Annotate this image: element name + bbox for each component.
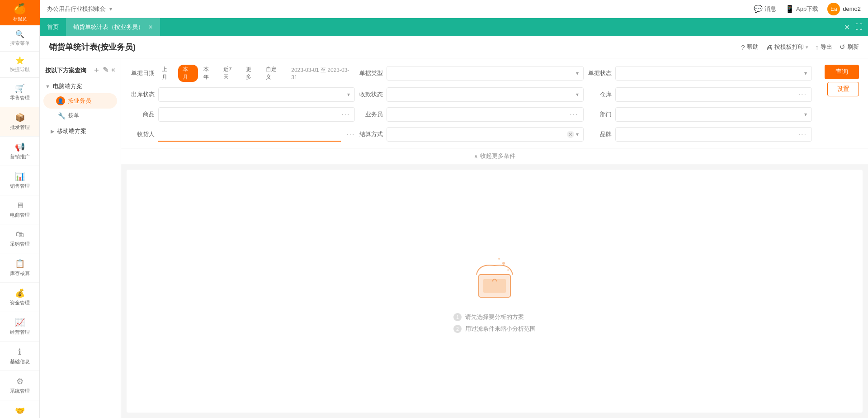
tab-bar: 首页 销货单统计表（按业务员） ✕ ✕ ⛶ bbox=[40, 18, 868, 36]
collapse-bar[interactable]: ∧ 收起更多条件 bbox=[121, 148, 868, 164]
finance-icon: 💰 bbox=[15, 288, 25, 298]
receiver-input[interactable] bbox=[158, 127, 341, 142]
scheme-by-salesperson[interactable]: 👤 按业务员 bbox=[43, 93, 117, 109]
goods-field: 商品 ··· bbox=[130, 107, 355, 122]
sidebar-item-ecommerce[interactable]: 🖥 电商管理 bbox=[0, 195, 39, 224]
help-label: 帮助 bbox=[747, 43, 759, 51]
this-year-btn[interactable]: 本年 bbox=[200, 65, 218, 82]
empty-state: 1 请先选择要分析的方案 2 用过滤条件来缩小分析范围 bbox=[127, 170, 863, 413]
mobile-section-header[interactable]: ▶ 移动端方案 bbox=[40, 124, 121, 138]
main-content: 办公用品行业模拟账套 ▾ 💬 消息 📱 App下载 Ea demo2 首页 bbox=[40, 0, 868, 418]
tab-close-icon[interactable]: ✕ bbox=[148, 24, 153, 30]
sidebar-item-purchase[interactable]: 🛍 采购管理 bbox=[0, 224, 39, 253]
desktop-section-label: 电脑端方案 bbox=[53, 82, 82, 90]
left-panel: 按以下方案查询 ＋ ✎ « ▼ 电脑端方案 👤 按业务员 bbox=[40, 58, 121, 418]
wholesale-icon: 📦 bbox=[15, 113, 25, 123]
print-button[interactable]: 🖨 按模板打印 ▾ bbox=[766, 43, 808, 51]
salesperson-scheme-label: 按业务员 bbox=[68, 97, 91, 105]
sidebar-item-retail[interactable]: 🛒 零售管理 bbox=[0, 78, 39, 107]
sidebar-item-operation[interactable]: 📈 经营管理 bbox=[0, 312, 39, 342]
salesperson-scheme-icon: 👤 bbox=[56, 96, 65, 105]
tab-expand-icon[interactable]: ⛶ bbox=[854, 21, 864, 33]
prev-month-btn[interactable]: 上月 bbox=[158, 65, 176, 82]
more-btn[interactable]: 更多 bbox=[242, 65, 260, 82]
department-label: 部门 bbox=[587, 110, 612, 119]
brand-label: 品牌 bbox=[587, 130, 612, 138]
filter-row-1: 单据日期 上月 本月 本年 近7天 更多 自定义 2023-03-01 至 20… bbox=[130, 65, 812, 82]
sidebar-logo[interactable]: 🍊 标报员 bbox=[0, 0, 40, 25]
tab-sales-stat[interactable]: 销货单统计表（按业务员） ✕ bbox=[66, 18, 160, 36]
this-month-btn[interactable]: 本月 bbox=[178, 65, 198, 82]
sidebar-item-system[interactable]: ⚙ 系统管理 bbox=[0, 371, 39, 400]
sidebar-item-finance[interactable]: 💰 资金管理 bbox=[0, 283, 39, 312]
goods-select[interactable]: ··· bbox=[158, 107, 355, 122]
receiver-field: 收货人 ··· bbox=[130, 127, 355, 142]
marketing-label: 营销推广 bbox=[10, 153, 30, 160]
svg-point-4 bbox=[498, 258, 500, 260]
last7-btn[interactable]: 近7天 bbox=[220, 65, 241, 82]
tab-collapse-icon[interactable]: ✕ bbox=[842, 21, 852, 33]
sidebar-search[interactable]: 🔍 搜索菜单 bbox=[0, 25, 39, 52]
settlement-clear-icon[interactable]: ✕ bbox=[567, 131, 574, 138]
ecommerce-label: 电商管理 bbox=[10, 212, 30, 218]
empty-state-tips: 1 请先选择要分析的方案 2 用过滤条件来缩小分析范围 bbox=[453, 313, 536, 333]
doc-status-arrow: ▾ bbox=[804, 70, 807, 76]
help-button[interactable]: ? 帮助 bbox=[741, 43, 758, 51]
sidebar-item-marketing[interactable]: 📢 营销推广 bbox=[0, 137, 39, 166]
chevron-up-icon: ∧ bbox=[474, 153, 478, 160]
doc-type-select[interactable]: ▾ bbox=[387, 66, 583, 81]
user-profile[interactable]: Ea demo2 bbox=[827, 3, 861, 15]
sidebar-item-basic[interactable]: ℹ 基础信息 bbox=[0, 342, 39, 371]
export-button[interactable]: ↑ 导出 bbox=[816, 43, 833, 51]
brand-field: 品牌 ··· bbox=[587, 127, 812, 142]
settlement-select[interactable]: ✕ ▾ bbox=[387, 127, 583, 142]
receive-status-select[interactable]: ▾ bbox=[387, 87, 583, 102]
doc-status-select[interactable]: ▾ bbox=[615, 66, 812, 81]
export-icon: ↑ bbox=[816, 43, 819, 51]
brand-select[interactable]: ··· bbox=[615, 127, 812, 142]
add-scheme-button[interactable]: ＋ bbox=[93, 66, 100, 75]
sidebar-quick-nav[interactable]: ⭐ 快捷导航 bbox=[0, 52, 39, 78]
out-status-select[interactable]: ▾ bbox=[158, 87, 355, 102]
refresh-icon: ↺ bbox=[840, 43, 845, 51]
collapse-panel-button[interactable]: « bbox=[111, 66, 115, 75]
breadcrumb-dropdown[interactable]: ▾ bbox=[109, 6, 112, 12]
settlement-arrow: ▾ bbox=[576, 131, 579, 138]
finance-label: 资金管理 bbox=[10, 299, 30, 306]
receiver-dots: ··· bbox=[346, 130, 355, 138]
retail-label: 零售管理 bbox=[10, 95, 30, 101]
mobile-section-arrow: ▶ bbox=[51, 128, 54, 134]
department-select[interactable]: ▾ bbox=[615, 107, 812, 122]
message-button[interactable]: 💬 消息 bbox=[754, 5, 776, 13]
sidebar: 🍊 标报员 🔍 搜索菜单 ⭐ 快捷导航 🛒 零售管理 📦 批发管理 📢 营销推广… bbox=[0, 0, 40, 418]
receive-status-label: 收款状态 bbox=[359, 90, 383, 99]
page-header-actions: ? 帮助 🖨 按模板打印 ▾ ↑ 导出 ↺ 刷新 bbox=[741, 43, 859, 57]
sidebar-item-wholesale[interactable]: 📦 批发管理 bbox=[0, 107, 39, 137]
message-label: 消息 bbox=[764, 5, 776, 13]
order-scheme-label: 按单 bbox=[68, 112, 79, 119]
query-button[interactable]: 查询 bbox=[825, 65, 859, 79]
out-status-label: 出库状态 bbox=[130, 90, 155, 99]
tab-home[interactable]: 首页 bbox=[40, 18, 66, 36]
sidebar-item-inventory[interactable]: 📋 库存核算 bbox=[0, 253, 39, 283]
receive-status-arrow: ▾ bbox=[576, 91, 579, 98]
order-scheme-icon: 🔧 bbox=[58, 112, 66, 119]
sidebar-item-sales[interactable]: 📊 销售管理 bbox=[0, 166, 39, 195]
svg-point-2 bbox=[502, 262, 505, 265]
svg-rect-1 bbox=[483, 279, 506, 293]
top-header-right: 💬 消息 📱 App下载 Ea demo2 bbox=[754, 3, 861, 15]
refresh-button[interactable]: ↺ 刷新 bbox=[840, 43, 859, 51]
scheme-by-order[interactable]: 🔧 按单 bbox=[40, 109, 121, 123]
desktop-section-header[interactable]: ▼ 电脑端方案 bbox=[40, 80, 121, 93]
warehouse-field: 仓库 ··· bbox=[587, 87, 812, 102]
sidebar-item-enterprise[interactable]: 🤝 企业协同 bbox=[0, 400, 39, 418]
custom-btn[interactable]: 自定义 bbox=[262, 65, 286, 82]
warehouse-select[interactable]: ··· bbox=[615, 87, 812, 102]
settings-button[interactable]: 设置 bbox=[827, 82, 859, 96]
salesperson-select[interactable]: ··· bbox=[387, 107, 583, 122]
page-title: 销货单统计表(按业务员) bbox=[49, 42, 136, 58]
department-arrow: ▾ bbox=[804, 111, 807, 118]
edit-scheme-button[interactable]: ✎ bbox=[103, 66, 108, 75]
page-header: 销货单统计表(按业务员) ? 帮助 🖨 按模板打印 ▾ ↑ 导出 ↺ 刷新 bbox=[40, 36, 868, 58]
app-download-button[interactable]: 📱 App下载 bbox=[785, 5, 818, 13]
